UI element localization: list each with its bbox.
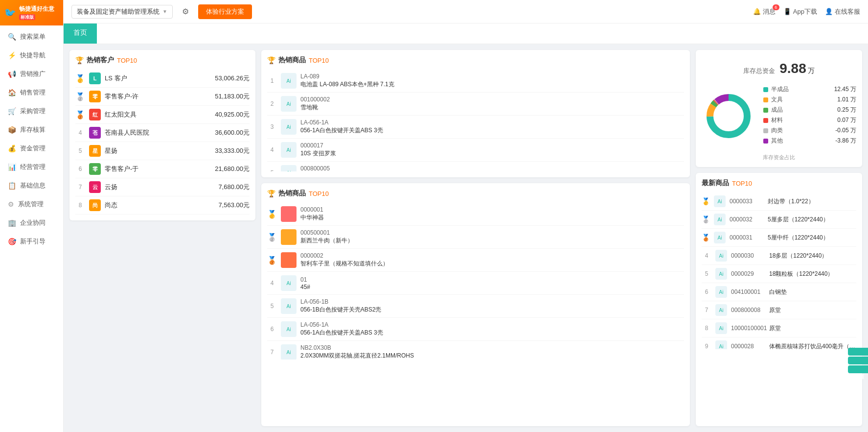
newest-row[interactable]: 4 Ai 0000030 18多层（1220*2440） (702, 247, 856, 265)
hot-product-row[interactable]: 🥉 0000002 智利车子里（规格不知道填什么） (267, 249, 684, 272)
customer-row[interactable]: 7 云 云扬 7,680.00元 (75, 178, 250, 196)
customer-row[interactable]: 🥉 红 红太阳文具 40,925.00元 (75, 106, 250, 124)
float-console-btn[interactable]: 直播 (848, 365, 868, 373)
marketing-icon: 📢 (8, 70, 16, 78)
sidebar-item-purchase[interactable]: 🛒 采购管理 (0, 102, 63, 120)
main-area: 装备及固定资产辅助管理系统 ▼ ⚙ 体验行业方案 🔔 消息 6 📱 App下载 … (64, 0, 868, 432)
newest-row[interactable]: 6 Ai 004100001 白钢垫 (702, 283, 856, 301)
newest-code: 000800008 (731, 307, 765, 313)
hot-mid-row[interactable]: 4 Ai 0000017 10S 变扭罗浆 (267, 139, 684, 162)
product-placeholder: Ai (281, 73, 297, 89)
customer-avatar: 红 (89, 109, 101, 120)
hot-product-row[interactable]: 4 Ai 01 45# (267, 272, 684, 295)
customer-row[interactable]: 4 苍 苍南县人民医院 36,600.00元 (75, 124, 250, 142)
hot-mid-row[interactable]: 1 Ai LA-089 电池盖 LA-089 ABS本色+黑种 7.1克 (267, 70, 684, 93)
hot-product-row[interactable]: 🥈 000500001 新西兰牛肉（新牛） (267, 226, 684, 249)
product-code: LA-056-1A (300, 119, 684, 126)
message-button[interactable]: 🔔 消息 6 (753, 7, 776, 16)
newest-row[interactable]: 🥉 Ai 0000031 5厘中纤（1220*2440） (702, 229, 856, 247)
gear-button[interactable]: ⚙ (179, 5, 192, 19)
legend-name: 其他 (771, 137, 832, 145)
system-selector[interactable]: 装备及固定资产辅助管理系统 ▼ (71, 5, 173, 19)
newest-row[interactable]: 8 Ai 10000100001 原堂 (702, 319, 856, 337)
newest-row[interactable]: 7 Ai 000800008 原堂 (702, 301, 856, 319)
rank-badge: 🥇 (267, 210, 277, 219)
customer-list: 🥇 L LS 客户 53,006.26元 🥈 零 零售客户-许 51,183.0… (75, 70, 250, 215)
newest-name: 封边带（1.0*22） (768, 197, 856, 206)
product-placeholder: Ai (281, 165, 297, 171)
newest-row[interactable]: 🥇 Ai 0000033 封边带（1.0*22） (702, 192, 856, 211)
sidebar-item-sales[interactable]: 🏠 销售管理 (0, 83, 63, 102)
legend-dot (763, 87, 768, 92)
sidebar-item-system-label: 系统管理 (18, 200, 44, 209)
finance-icon: 💰 (8, 144, 16, 152)
newest-row[interactable]: 5 Ai 0000029 18颗粒板（1220*2440） (702, 265, 856, 283)
float-community-btn[interactable]: 服务社区 (848, 357, 868, 364)
rank-num: 1 (267, 77, 277, 84)
sidebar-item-inventory[interactable]: 📦 库存核算 (0, 120, 63, 139)
sidebar-item-marketing[interactable]: 📢 营销推广 (0, 65, 63, 83)
product-name: 新西兰牛肉（新牛） (300, 237, 684, 245)
newest-row[interactable]: 🥈 Ai 0000032 5厘多层（1220*2440） (702, 211, 856, 229)
hot-product-row[interactable]: 7 Ai NB2.0X30B 2.0X30MM双搓花轴,搓花直径2.1MM/RO… (267, 341, 684, 360)
inventory-legend: 半成品 12.45 万 文具 1.01 万 成品 0.25 万 材料 0.07 … (763, 85, 856, 147)
newest-product-icon: Ai (715, 286, 727, 298)
customer-avatar: 星 (89, 145, 101, 157)
sidebar-item-guide[interactable]: 🎯 新手引导 (0, 232, 63, 251)
rank-num: 5 (267, 303, 277, 310)
newest-product-icon: Ai (714, 214, 726, 225)
rank-num: 6 (267, 326, 277, 333)
ops-icon: 📊 (8, 163, 16, 171)
guide-icon: 🎯 (8, 238, 16, 245)
right-column: 库存总资金 9.88 万 半成品 12.45 万 (696, 50, 862, 426)
legend-name: 材料 (771, 116, 834, 124)
sidebar-item-search[interactable]: 🔍 搜索菜单 (0, 27, 63, 46)
newest-num: 9 (702, 343, 711, 349)
service-button[interactable]: 👤 在线客服 (825, 7, 860, 16)
customer-row[interactable]: 8 尚 尚态 7,563.00元 (75, 196, 250, 215)
hot-products-mid-list: 1 Ai LA-089 电池盖 LA-089 ABS本色+黑种 7.1克 2 A… (267, 70, 684, 171)
newest-name: 5厘多层（1220*2440） (768, 216, 856, 224)
customer-row[interactable]: 🥇 L LS 客户 53,006.26元 (75, 70, 250, 88)
customer-amount: 21,680.00元 (215, 165, 250, 173)
newest-name: 原堂 (769, 306, 856, 314)
sidebar-item-base[interactable]: 📋 基础信息 (0, 176, 63, 195)
app-download-button[interactable]: 📱 App下载 (783, 7, 817, 16)
sidebar-item-finance[interactable]: 💰 资金管理 (0, 139, 63, 158)
product-placeholder: Ai (281, 119, 297, 135)
customer-row[interactable]: 6 零 零售客户-于 21,680.00元 (75, 160, 250, 178)
sidebar-item-quicknav-label: 快捷导航 (20, 51, 46, 60)
newest-name: 体椭蔗核味苏打饮品400毫升（1*15） (769, 342, 856, 350)
float-service-btn[interactable]: 客服热线 (848, 348, 868, 356)
customer-row[interactable]: 🥈 零 零售客户-许 51,183.00元 (75, 88, 250, 106)
hot-mid-row[interactable]: 3 Ai LA-056-1A 056-1A白色按键开关盖ABS 3壳 (267, 116, 684, 139)
rank-num: 6 (75, 166, 85, 172)
hot-product-row[interactable]: 5 Ai LA-056-1B 056-1B白色按键开关壳ABS2壳 (267, 295, 684, 318)
newest-title: 最新商品 TOP10 (702, 179, 856, 188)
inventory-footer: 库存资金占比 (702, 154, 856, 161)
sidebar-item-ops[interactable]: 📊 经营管理 (0, 158, 63, 176)
float-buttons: 客服热线 服务社区 直播 (848, 348, 868, 373)
hot-mid-row[interactable]: 2 Ai 001000002 雪地靴 (267, 93, 684, 116)
newest-row[interactable]: 9 Ai 0000028 体椭蔗核味苏打饮品400毫升（1*15） (702, 337, 856, 349)
customer-row[interactable]: 5 星 星扬 33,333.00元 (75, 142, 250, 160)
selector-arrow-icon: ▼ (162, 9, 167, 14)
sidebar-item-quicknav[interactable]: ⚡ 快捷导航 (0, 46, 63, 65)
newest-num: 4 (702, 252, 711, 259)
newest-badge: 🥉 (702, 234, 710, 241)
product-name: 056-1A白色按键开关盖ABS 3壳 (300, 329, 684, 337)
content-tabs: 首页 (64, 24, 868, 44)
sidebar-item-collab[interactable]: 🏢 企业协同 (0, 214, 63, 232)
hot-product-row[interactable]: 🥇 0000001 中华神器 (267, 203, 684, 226)
product-code: 001000002 (300, 96, 684, 103)
product-code: 0000002 (300, 252, 684, 259)
hot-product-row[interactable]: 6 Ai LA-056-1A 056-1A白色按键开关盖ABS 3壳 (267, 318, 684, 341)
rank-badge-icon: 🥉 (75, 110, 85, 120)
product-placeholder: Ai (281, 344, 297, 360)
customer-amount: 51,183.00元 (215, 92, 250, 101)
hot-mid-row[interactable]: 5 Ai 000800005 手机测试 (267, 162, 684, 171)
tab-home[interactable]: 首页 (64, 24, 97, 44)
legend-value: 0.25 万 (837, 106, 856, 114)
sidebar-item-system[interactable]: ⚙ 系统管理 (0, 195, 63, 214)
trial-button[interactable]: 体验行业方案 (198, 4, 252, 19)
